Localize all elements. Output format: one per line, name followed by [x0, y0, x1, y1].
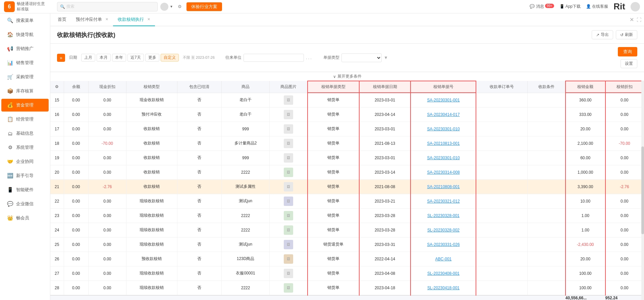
top-bar-right: 💬 消息 99+ 📱 App下载 👤 在线客服 Rit — [530, 1, 640, 12]
row-verify-bill-no[interactable]: SA-20210813-001 — [411, 136, 476, 151]
page-content: 收款核销执行(按收款) ↗ 导出 ↺ 刷新 — [50, 26, 644, 300]
row-collection-condition — [527, 208, 566, 223]
filter-toggle[interactable]: » — [57, 54, 65, 62]
sidebar-item-purchase[interactable]: 🛒 采购管理 — [1, 71, 49, 83]
row-verify-bill-no[interactable]: SA-20230314-008 — [411, 165, 476, 179]
messages-link[interactable]: 💬 消息 99+ — [530, 4, 554, 9]
row-verify-bill-no[interactable]: SA-20210808-001 — [411, 179, 476, 194]
table-container[interactable]: ⚙ 余额 现金折扣 核销类型 包含已结清 商品 商品图片 核销单据类型 核销单据… — [50, 81, 644, 300]
purchase-icon: 🛒 — [7, 74, 13, 80]
row-verify-amount: 1.00 — [566, 208, 605, 223]
tab-collection-close[interactable]: ✕ — [147, 17, 150, 22]
search-icon: 🔍 — [60, 4, 65, 9]
voucher-type-select[interactable] — [341, 53, 382, 62]
filter-more[interactable]: 更多 — [145, 54, 159, 61]
refresh-button[interactable]: ↺ 刷新 — [616, 30, 637, 39]
filter-custom[interactable]: 自定义 — [161, 54, 179, 61]
col-cash-discount: 现金折扣 — [89, 81, 126, 93]
row-verify-bill-no[interactable]: SA-20230331-026 — [411, 237, 476, 252]
avatar[interactable] — [631, 2, 640, 11]
row-balance: 0.00 — [64, 165, 89, 179]
row-verify-discount: -2.76 — [605, 179, 644, 194]
row-verify-type: 现续收款核销 — [126, 266, 177, 281]
row-verify-bill-date: 2023-03-21 — [359, 194, 411, 208]
tab-bar-actions: ✕ ⛶ — [630, 16, 641, 23]
tab-maximize-icon[interactable]: ⛶ — [637, 17, 641, 23]
row-verify-amount: 100.00 — [566, 281, 605, 295]
settings-icon[interactable]: ⚙ — [176, 3, 184, 11]
sidebar-item-operations[interactable]: 📋 经营管理 — [1, 113, 49, 126]
counterpart-input[interactable] — [244, 54, 304, 62]
row-verify-bill-no[interactable]: SA-20230301-010 — [411, 151, 476, 165]
row-include-settled: 否 — [177, 194, 221, 208]
row-verify-bill-no[interactable]: SL-20230328-001 — [411, 208, 476, 223]
settings-small-button[interactable]: 设置 — [621, 59, 637, 68]
row-verify-bill-no[interactable]: SA-20230301-001 — [411, 93, 476, 107]
app-download-link[interactable]: 📱 App下载 — [559, 4, 581, 9]
row-verify-bill-no[interactable]: SA-20230414-017 — [411, 107, 476, 122]
sidebar-item-guide[interactable]: 🆕 新手引导 — [1, 169, 49, 182]
row-verify-bill-date: 2023-03-01 — [359, 151, 411, 165]
filter-this-month[interactable]: 本月 — [97, 54, 111, 61]
sidebar-item-sales[interactable]: 📊 销售管理 — [1, 56, 49, 69]
row-balance: 0.00 — [64, 194, 89, 208]
sidebar-item-basic-info[interactable]: 🗂 基础信息 — [1, 127, 49, 140]
row-goods: 多计量商品2 — [221, 136, 269, 151]
row-verify-bill-type: 销货单 — [308, 208, 359, 223]
col-verify-type: 核销类型 — [126, 81, 177, 93]
global-search[interactable]: 🔍 搜索 — [57, 2, 158, 11]
sidebar-item-marketing[interactable]: 📢 营销推广 — [1, 42, 49, 55]
filter-this-year[interactable]: 本年 — [112, 54, 126, 61]
sidebar-item-smart-hw[interactable]: 📱 智能硬件 — [1, 183, 49, 196]
row-verify-bill-no[interactable]: ABC-001 — [411, 252, 476, 266]
sidebar-item-enterprise[interactable]: 🤝 企业协同 — [1, 155, 49, 168]
tab-collection[interactable]: 收款核销执行 ✕ — [113, 13, 155, 26]
row-verify-bill-no[interactable]: SL-20230328-002 — [411, 223, 476, 237]
sidebar-item-search-menu[interactable]: 🔍 搜索菜单 — [1, 14, 49, 27]
sidebar-item-capital[interactable]: 💰 资金管理 — [1, 99, 49, 112]
tab-home[interactable]: 首页 — [53, 13, 71, 26]
export-button[interactable]: ↗ 导出 — [592, 30, 613, 39]
query-button[interactable]: 查询 — [618, 47, 637, 56]
table-row: 21 0.00 -2.76 收款核销 否 测试多属性 🖼 销货单 2021-08… — [50, 179, 644, 194]
industry-solution-button[interactable]: 休验行业方案 — [186, 2, 222, 11]
capital-icon: 💰 — [7, 102, 13, 108]
sidebar-item-member[interactable]: 👑 畅会员 — [1, 212, 49, 224]
row-verify-bill-no[interactable]: SL-20230408-001 — [411, 266, 476, 281]
row-verify-bill-date: 2023-03-31 — [359, 237, 411, 252]
tab-prepay[interactable]: 预付冲应付单 ✕ — [71, 13, 113, 26]
row-verify-bill-date: 2022-04-14 — [359, 252, 411, 266]
row-verify-discount: 0.00 — [605, 237, 644, 252]
sidebar-item-quick-nav[interactable]: 🏠 快捷导航 — [1, 28, 49, 41]
row-verify-bill-no[interactable]: SA-20230321-012 — [411, 194, 476, 208]
row-verify-discount: 0.00 — [605, 165, 644, 179]
col-settings[interactable]: ⚙ — [50, 81, 64, 93]
sidebar-item-system[interactable]: ⚙ 系统管理 — [1, 141, 49, 154]
account-dropdown[interactable]: ▼ — [160, 3, 173, 11]
sidebar-item-wechat[interactable]: 💬 企业微信 — [1, 198, 49, 210]
tab-prepay-close[interactable]: ✕ — [105, 17, 108, 22]
row-balance: 0.00 — [64, 93, 89, 107]
scrollbar-thumb[interactable] — [641, 146, 644, 234]
tab-close-window-icon[interactable]: ✕ — [630, 16, 634, 23]
row-verify-bill-no[interactable]: SA-20230301-010 — [411, 122, 476, 136]
row-verify-bill-type: 销货退货单 — [308, 237, 359, 252]
member-icon: 👑 — [7, 215, 13, 221]
filter-last-month[interactable]: 上月 — [81, 54, 95, 61]
row-verify-discount: 0.00 — [605, 93, 644, 107]
row-verify-bill-type: 销货单 — [308, 93, 359, 107]
row-cash-discount: -2.76 — [89, 179, 126, 194]
product-image: 🖼 — [284, 254, 293, 264]
row-verify-discount: 0.00 — [605, 223, 644, 237]
online-service-link[interactable]: 👤 在线客服 — [586, 4, 608, 9]
sidebar-item-inventory[interactable]: 📦 库存核算 — [1, 85, 49, 97]
row-no: 16 — [50, 107, 64, 122]
col-verify-bill-date: 核销单据日期 — [359, 81, 411, 93]
product-image: 🖼 — [284, 139, 293, 148]
column-settings-icon[interactable]: ⚙ — [55, 84, 59, 89]
row-verify-bill-no[interactable]: SL-20230418-001 — [411, 281, 476, 295]
row-include-settled: 否 — [177, 165, 221, 179]
expand-more-button[interactable]: ∨ 展开更多条件 — [50, 72, 644, 81]
filter-7days[interactable]: 近7天 — [127, 54, 144, 61]
row-collection-condition — [527, 165, 566, 179]
